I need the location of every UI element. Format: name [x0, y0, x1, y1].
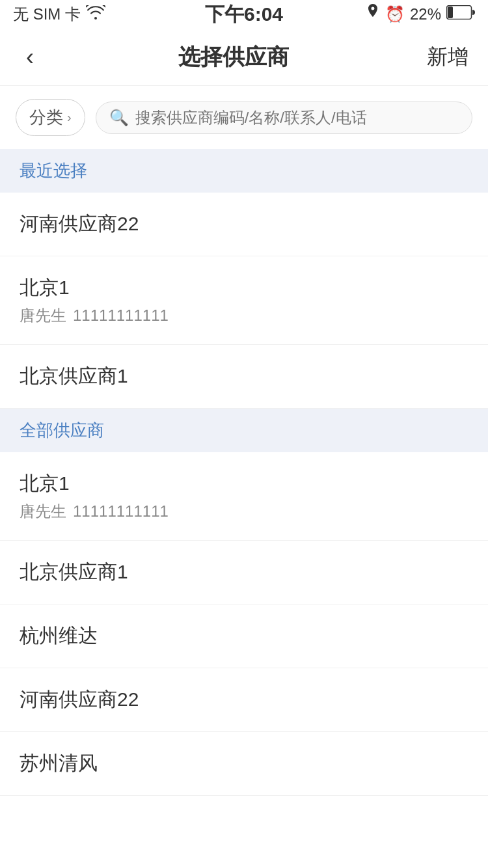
wifi-icon	[86, 5, 105, 23]
item-name: 苏州清风	[20, 750, 468, 777]
item-contact: 唐先生	[20, 306, 66, 324]
all-section-header: 全部供应商	[0, 409, 488, 452]
item-name: 北京供应商1	[20, 559, 468, 586]
recent-list: 河南供应商22北京1唐先生11111111111北京供应商1	[0, 193, 488, 409]
recent-section-header: 最近选择	[0, 149, 488, 193]
item-sub: 唐先生11111111111	[20, 305, 468, 326]
item-phone: 11111111111	[73, 306, 169, 324]
carrier-text: 无 SIM 卡	[13, 4, 81, 25]
list-item[interactable]: 北京1唐先生11111111111	[0, 256, 488, 345]
search-box: 🔍	[96, 102, 472, 134]
status-left: 无 SIM 卡	[13, 4, 105, 25]
all-list: 北京1唐先生11111111111北京供应商1杭州维达河南供应商22苏州清风	[0, 452, 488, 796]
battery-icon	[446, 5, 475, 23]
recent-section-label: 最近选择	[20, 161, 87, 180]
battery-text: 22%	[410, 5, 441, 23]
item-name: 北京1	[20, 275, 468, 301]
item-name: 北京1	[20, 470, 468, 497]
list-item[interactable]: 北京1唐先生11111111111	[0, 452, 488, 541]
item-contact: 唐先生	[20, 502, 66, 520]
item-name: 杭州维达	[20, 623, 468, 649]
category-filter[interactable]: 分类 ›	[16, 99, 85, 136]
status-right: ⏰ 22%	[366, 4, 475, 25]
status-bar: 无 SIM 卡 下午6:04 ⏰ 22%	[0, 0, 488, 29]
chevron-right-icon: ›	[67, 110, 72, 125]
list-item[interactable]: 杭州维达	[0, 604, 488, 668]
item-name: 北京供应商1	[20, 363, 468, 390]
alarm-icon: ⏰	[385, 5, 405, 23]
list-item[interactable]: 苏州清风	[0, 732, 488, 796]
list-item[interactable]: 北京供应商1	[0, 541, 488, 604]
item-name: 河南供应商22	[20, 211, 468, 237]
page-title: 选择供应商	[178, 42, 289, 72]
list-item[interactable]: 河南供应商22	[0, 668, 488, 732]
item-name: 河南供应商22	[20, 686, 468, 713]
filter-bar: 分类 › 🔍	[0, 86, 488, 149]
all-section-label: 全部供应商	[20, 420, 104, 440]
category-label: 分类	[29, 106, 63, 129]
nav-bar: ‹ 选择供应商 新增	[0, 29, 488, 86]
list-item[interactable]: 北京供应商1	[0, 345, 488, 409]
list-item[interactable]: 河南供应商22	[0, 193, 488, 256]
item-sub: 唐先生11111111111	[20, 501, 468, 522]
search-input[interactable]	[135, 109, 459, 127]
item-phone: 11111111111	[73, 502, 169, 520]
search-icon: 🔍	[109, 109, 129, 127]
svg-rect-1	[448, 7, 453, 18]
add-button[interactable]: 新增	[427, 43, 468, 72]
back-button[interactable]: ‹	[20, 37, 40, 77]
status-time: 下午6:04	[205, 1, 283, 28]
location-icon	[366, 4, 380, 25]
